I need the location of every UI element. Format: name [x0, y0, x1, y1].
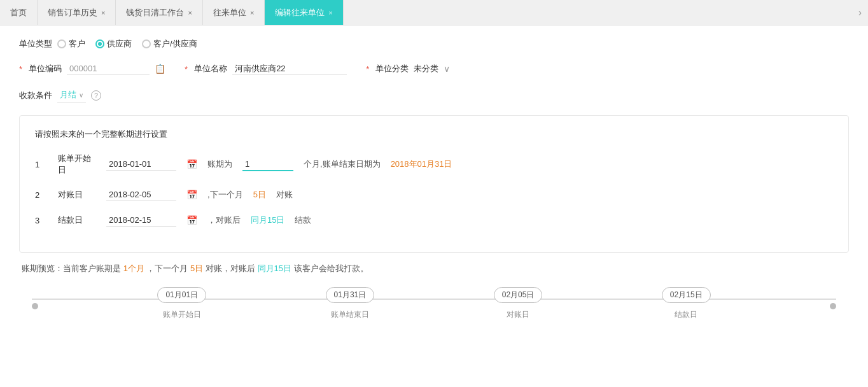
- period-suffix-after-3: 结款: [295, 215, 311, 226]
- tab-partner-units[interactable]: 往来单位 ×: [203, 0, 265, 25]
- tab-more-button[interactable]: ›: [852, 0, 868, 25]
- preview-highlight2: 5日: [190, 264, 203, 273]
- timeline-date-1: 01月01日: [157, 287, 206, 303]
- period-label-3: 结款日: [58, 215, 96, 226]
- radio-customer-supplier[interactable]: 客户/供应商: [142, 38, 197, 50]
- unit-name-star: *: [185, 64, 188, 74]
- unit-name-input[interactable]: [232, 62, 347, 75]
- period-date-input-2[interactable]: [106, 188, 176, 201]
- tab-edit-partner-unit-close[interactable]: ×: [328, 9, 332, 17]
- unit-type-radio-group: 客户 供应商 客户/供应商: [57, 38, 197, 50]
- period-cal-icon-2[interactable]: 📅: [186, 190, 197, 200]
- timeline-point-3: 02月05日 对账日: [494, 287, 543, 320]
- period-label-1: 账单开始日: [58, 153, 96, 176]
- tab-partner-units-close[interactable]: ×: [250, 9, 254, 17]
- tab-home[interactable]: 首页: [0, 0, 38, 25]
- period-row-1: 1 账单开始日 📅 账期为 个月,账单结束日期为 2018年01月31日: [35, 153, 833, 176]
- radio-customer-supplier-circle: [142, 39, 151, 48]
- timeline-label-2: 账单结束日: [331, 309, 369, 320]
- period-num-1: 1: [35, 160, 48, 169]
- unit-classify-arrow-icon: ∨: [444, 64, 450, 74]
- preview-mid2: 对账，对账后: [206, 264, 255, 273]
- payment-terms-arrow-icon: ∨: [79, 92, 83, 99]
- period-row-2: 2 对账日 📅 ,下一个月 5日 对账: [35, 188, 833, 201]
- period-highlight-2: 5日: [253, 189, 266, 201]
- tab-sales-order-history-label: 销售订单历史: [48, 7, 97, 18]
- tabs-bar: 首页 销售订单历史 × 钱货日清工作台 × 往来单位 × 编辑往来单位 × ›: [0, 0, 868, 25]
- unit-code-label: 单位编码: [29, 63, 62, 74]
- period-num-3: 3: [35, 216, 48, 225]
- payment-terms-help-icon[interactable]: ?: [91, 90, 101, 101]
- period-cal-icon-3[interactable]: 📅: [186, 215, 197, 225]
- unit-type-label: 单位类型: [19, 38, 52, 50]
- timeline-container: 01月01日 账单开始日 01月31日 账单结束日 02月05日 对账日 02月…: [19, 287, 849, 320]
- unit-type-row: 单位类型 客户 供应商 客户/供应商: [19, 38, 849, 50]
- unit-code-star: *: [19, 64, 22, 74]
- timeline-point-4: 02月15日 结款日: [662, 287, 711, 320]
- tab-sales-order-history-close[interactable]: ×: [101, 9, 105, 17]
- timeline-point-1: 01月01日 账单开始日: [157, 287, 206, 320]
- period-suffix-before-1: 账期为: [207, 158, 232, 170]
- page-content: 单位类型 客户 供应商 客户/供应商 * 单位编码: [0, 25, 868, 387]
- radio-customer-supplier-label: 客户/供应商: [153, 38, 197, 50]
- unit-classify-item: * 单位分类 未分类 ∨: [366, 63, 450, 74]
- preview-mid1: ，下一个月: [146, 264, 188, 273]
- period-settings-box: 请按照未来的一个完整帐期进行设置 1 账单开始日 📅 账期为 个月,账单结束日期…: [19, 115, 849, 253]
- period-end-date-highlight-1: 2018年01月31日: [391, 158, 452, 170]
- unit-classify-star: *: [366, 64, 369, 74]
- timeline-date-2: 01月31日: [326, 287, 375, 303]
- timeline-label-4: 结款日: [675, 309, 697, 320]
- radio-customer[interactable]: 客户: [57, 38, 85, 50]
- tab-home-label: 首页: [10, 7, 27, 18]
- tab-cash-goods-workbench[interactable]: 钱货日清工作台 ×: [116, 0, 202, 25]
- timeline-start-dot: [32, 303, 38, 309]
- period-suffix-before-2: ,下一个月: [207, 189, 243, 201]
- timeline-start-cap: [32, 291, 38, 320]
- preview-suffix: 该客户会给我打款。: [294, 264, 368, 273]
- period-box-title: 请按照未来的一个完整帐期进行设置: [35, 129, 833, 140]
- period-suffix-after-1: 个月,账单结束日期为: [304, 158, 381, 170]
- radio-customer-circle: [57, 39, 66, 48]
- preview-highlight3: 同月15日: [258, 264, 291, 273]
- preview-highlight1: 1个月: [123, 264, 144, 273]
- timeline-end-dot: [830, 303, 836, 309]
- radio-supplier-label: 供应商: [107, 38, 132, 50]
- radio-supplier[interactable]: 供应商: [95, 38, 132, 50]
- payment-terms-select[interactable]: 月结 ∨: [57, 88, 86, 102]
- unit-code-input[interactable]: [67, 62, 150, 75]
- period-highlight-3: 同月15日: [251, 215, 284, 226]
- unit-info-row: * 单位编码 📋 * 单位名称 * 单位分类 未分类 ∨: [19, 62, 849, 75]
- timeline-date-3: 02月05日: [494, 287, 543, 303]
- payment-terms-row: 收款条件 月结 ∨ ?: [19, 88, 849, 102]
- timeline-label-1: 账单开始日: [163, 309, 201, 320]
- unit-classify-label: 单位分类: [375, 63, 409, 74]
- period-row-3: 3 结款日 📅 ，对账后 同月15日 结款: [35, 214, 833, 227]
- tab-sales-order-history[interactable]: 销售订单历史 ×: [38, 0, 116, 25]
- tab-cash-goods-workbench-label: 钱货日清工作台: [126, 7, 184, 18]
- preview-text: 账期预览：当前客户账期是 1个月 ，下一个月 5日 对账，对账后 同月15日 该…: [19, 263, 849, 274]
- tab-partner-units-label: 往来单位: [213, 7, 246, 18]
- unit-code-item: * 单位编码 📋: [19, 62, 165, 75]
- radio-supplier-circle: [95, 39, 104, 48]
- period-num-2: 2: [35, 190, 48, 200]
- timeline-label-3: 对账日: [507, 309, 529, 320]
- period-date-input-3[interactable]: [106, 214, 176, 227]
- tab-edit-partner-unit[interactable]: 编辑往来单位 ×: [265, 0, 343, 25]
- payment-terms-item: 收款条件 月结 ∨ ?: [19, 88, 101, 102]
- payment-terms-label: 收款条件: [19, 90, 52, 101]
- radio-customer-label: 客户: [69, 38, 85, 50]
- unit-type-item: 单位类型 客户 供应商 客户/供应商: [19, 38, 197, 50]
- tab-cash-goods-workbench-close[interactable]: ×: [188, 9, 192, 17]
- unit-classify-select[interactable]: 未分类 ∨: [414, 63, 450, 74]
- payment-terms-value: 月结: [60, 89, 76, 101]
- timeline-points: 01月01日 账单开始日 01月31日 账单结束日 02月05日 对账日 02月…: [32, 287, 836, 320]
- timeline-date-4: 02月15日: [662, 287, 711, 303]
- period-cal-icon-1[interactable]: 📅: [186, 159, 197, 169]
- unit-name-item: * 单位名称: [185, 62, 347, 75]
- period-month-input[interactable]: [242, 158, 293, 171]
- period-suffix-after-2: 对账: [276, 189, 293, 201]
- preview-prefix: 账期预览：当前客户账期是: [22, 264, 121, 273]
- unit-code-calendar-icon[interactable]: 📋: [155, 64, 165, 74]
- period-suffix-before-3: ，对账后: [207, 215, 241, 226]
- period-date-input-1[interactable]: [106, 158, 176, 171]
